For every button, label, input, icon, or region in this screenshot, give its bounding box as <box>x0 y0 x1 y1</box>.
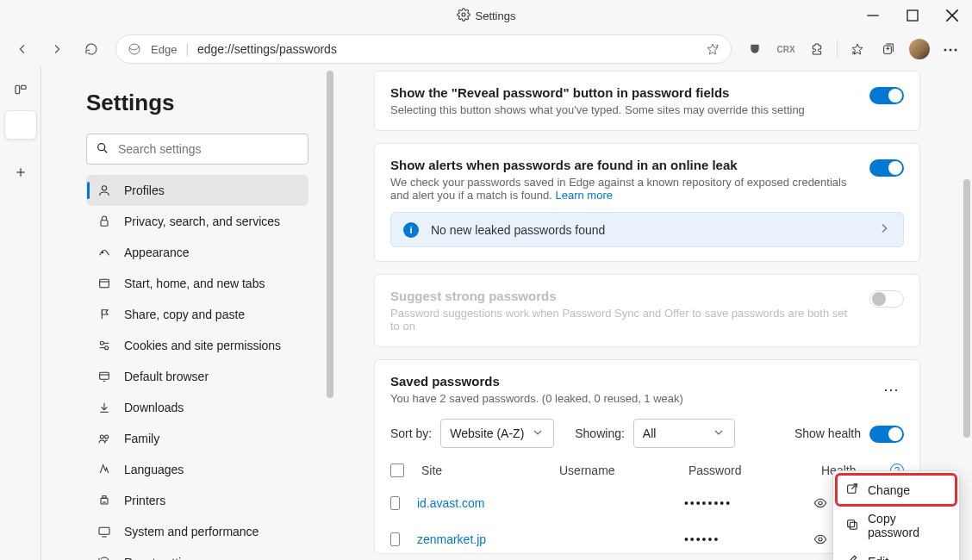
vertical-tab-strip <box>0 67 41 560</box>
chevron-right-icon <box>877 221 891 238</box>
site-link[interactable]: zenmarket.jp <box>417 532 486 546</box>
profile-avatar[interactable] <box>905 34 934 64</box>
gear-icon <box>457 8 470 24</box>
sidebar-item-printers[interactable]: Printers <box>86 485 308 516</box>
show-health-label: Show health <box>794 426 861 440</box>
column-username: Username <box>559 464 671 477</box>
sidebar-item-label: Reset settings <box>124 556 201 560</box>
row-checkbox[interactable] <box>390 496 400 510</box>
sidebar-item-start-home-and-new-tabs[interactable]: Start, home, and new tabs <box>86 268 308 299</box>
saved-passwords-title: Saved passwords <box>390 374 683 389</box>
sidebar-item-appearance[interactable]: Appearance <box>86 237 308 268</box>
svg-point-43 <box>819 501 822 505</box>
back-button[interactable] <box>7 34 38 65</box>
close-button[interactable] <box>932 0 972 31</box>
nav-icon <box>97 184 112 197</box>
sidebar-item-languages[interactable]: Languages <box>86 454 308 485</box>
context-copy-password[interactable]: Copy password <box>837 505 956 546</box>
sidebar-item-system-and-performance[interactable]: System and performance <box>86 516 308 547</box>
nav-icon <box>97 246 112 259</box>
sidebar-item-privacy-search-and-services[interactable]: Privacy, search, and services <box>86 206 308 237</box>
svg-rect-47 <box>848 520 855 526</box>
sidebar-item-label: Languages <box>124 463 184 476</box>
svg-point-22 <box>102 186 106 190</box>
password-context-menu: Change Copy password Edit <box>832 470 960 560</box>
settings-sidebar: Settings ProfilesPrivacy, search, and se… <box>41 67 334 560</box>
collapsed-tab-icon[interactable] <box>7 76 34 103</box>
nav-icon <box>97 308 112 321</box>
learn-more-link[interactable]: Learn more <box>556 189 613 202</box>
sidebar-item-label: Start, home, and new tabs <box>124 277 265 290</box>
site-cell: zenmarket.jp <box>417 532 538 546</box>
new-tab-button[interactable] <box>7 159 34 186</box>
favorites-icon[interactable] <box>843 34 872 64</box>
svg-point-0 <box>462 13 465 16</box>
sort-by-select[interactable]: Website (A-Z) <box>440 419 554 448</box>
settings-tab[interactable] <box>4 110 37 140</box>
leak-info-banner[interactable]: i No new leaked passwords found <box>390 212 904 247</box>
svg-rect-39 <box>99 527 109 534</box>
sidebar-item-label: Appearance <box>124 246 190 259</box>
svg-point-44 <box>819 538 822 541</box>
nav-icon <box>97 463 112 476</box>
collections-icon[interactable] <box>874 34 903 64</box>
setting-description: Password suggestions work when Password … <box>390 307 856 333</box>
show-health-toggle[interactable] <box>869 426 904 443</box>
password-row: zenmarket.jp••••••⋯ <box>390 529 904 550</box>
sidebar-scrollbar[interactable] <box>326 67 334 560</box>
more-options-button[interactable]: ⋯ <box>878 379 904 400</box>
sidebar-item-share-copy-and-paste[interactable]: Share, copy and paste <box>86 299 308 330</box>
suggest-passwords-toggle <box>869 290 904 308</box>
forward-button[interactable] <box>41 34 72 65</box>
sidebar-item-label: Share, copy and paste <box>124 308 245 321</box>
svg-line-21 <box>104 150 107 152</box>
context-change[interactable]: Change <box>837 475 956 505</box>
setting-title: Suggest strong passwords <box>390 289 856 303</box>
sidebar-item-label: Default browser <box>124 370 209 383</box>
site-identity-label: Edge <box>151 43 177 56</box>
svg-rect-15 <box>16 85 20 93</box>
sidebar-item-downloads[interactable]: Downloads <box>86 392 308 423</box>
maximize-button[interactable] <box>893 0 932 31</box>
extension-crx-icon[interactable]: CRX <box>771 34 801 64</box>
open-external-icon <box>845 482 859 498</box>
settings-heading: Settings <box>86 90 317 116</box>
refresh-button[interactable] <box>76 34 107 65</box>
sidebar-item-cookies-and-site-permissions[interactable]: Cookies and site permissions <box>86 330 308 361</box>
svg-point-35 <box>105 435 109 439</box>
sidebar-item-family[interactable]: Family <box>86 423 308 454</box>
nav-icon <box>97 432 112 445</box>
sidebar-item-default-browser[interactable]: Default browser <box>86 361 308 392</box>
setting-title: Show the "Reveal password" button in pas… <box>390 85 856 100</box>
svg-point-27 <box>100 341 103 345</box>
minimize-button[interactable] <box>853 0 893 31</box>
showing-label: Showing: <box>575 426 625 440</box>
sidebar-item-label: System and performance <box>124 525 259 538</box>
reveal-password-icon[interactable] <box>813 532 827 546</box>
extensions-icon[interactable] <box>802 34 832 64</box>
more-menu-icon[interactable]: ⋯ <box>936 34 965 64</box>
extension-ublock-icon[interactable] <box>740 34 770 64</box>
edit-icon <box>845 553 859 560</box>
sidebar-item-label: Downloads <box>124 401 184 414</box>
row-checkbox[interactable] <box>390 532 400 546</box>
sidebar-item-profiles[interactable]: Profiles <box>86 175 308 206</box>
svg-rect-23 <box>101 221 108 227</box>
showing-select[interactable]: All <box>633 419 735 448</box>
search-settings-field[interactable] <box>118 142 299 156</box>
select-all-checkbox[interactable] <box>390 464 404 477</box>
site-link[interactable]: id.avast.com <box>417 496 485 510</box>
sidebar-item-label: Profiles <box>124 184 165 197</box>
browser-toolbar: Edge | edge://settings/passwords CRX ⋯ <box>0 31 972 67</box>
address-bar[interactable]: Edge | edge://settings/passwords <box>115 34 732 64</box>
setting-description: We check your passwords saved in Edge ag… <box>390 176 856 202</box>
leak-alert-toggle[interactable] <box>869 159 904 177</box>
reveal-password-icon[interactable] <box>813 496 827 510</box>
sidebar-item-label: Family <box>124 432 159 445</box>
page-scrollbar[interactable] <box>963 179 970 438</box>
context-edit[interactable]: Edit <box>837 546 956 560</box>
search-settings-input[interactable] <box>86 134 308 165</box>
reveal-password-toggle[interactable] <box>869 87 904 104</box>
favorite-star-icon[interactable] <box>705 41 720 57</box>
sidebar-item-reset-settings[interactable]: Reset settings <box>86 547 308 560</box>
